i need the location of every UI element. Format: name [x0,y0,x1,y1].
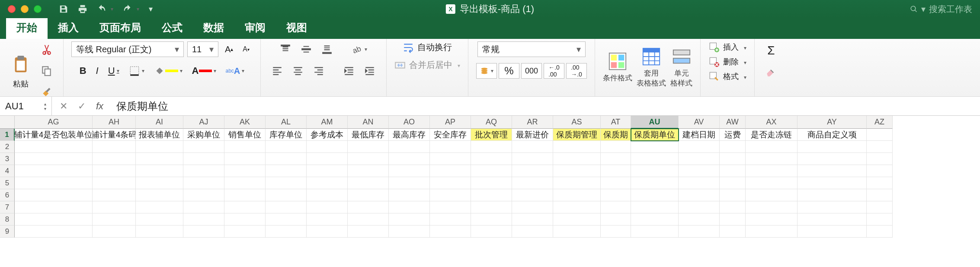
align-bottom-button[interactable] [318,41,336,57]
cell[interactable]: 运费 [720,129,746,141]
cell[interactable] [512,201,553,213]
conditional-format-button[interactable]: 条件格式 [603,51,632,85]
print-icon[interactable] [78,4,87,14]
cell[interactable] [136,189,183,201]
minimize-window-button[interactable] [21,5,29,13]
column-header[interactable]: AP [430,116,471,129]
cell[interactable] [720,226,746,238]
cell[interactable] [720,141,746,153]
qat-customize-icon[interactable]: ▾ [149,4,153,14]
cell[interactable] [224,177,266,189]
cell[interactable] [746,141,797,153]
cell[interactable] [93,189,136,201]
cell[interactable] [471,177,512,189]
cell[interactable] [746,201,797,213]
cell[interactable] [679,226,720,238]
cell[interactable] [471,213,512,226]
format-cells-button[interactable]: 格式 [708,71,746,82]
cell[interactable]: 辅计量4是否包装单位 [15,129,93,141]
cell[interactable] [183,141,224,153]
cell[interactable] [601,177,631,189]
cell[interactable] [93,177,136,189]
row-header[interactable]: 5 [0,177,15,189]
cell[interactable] [15,165,93,177]
tab-view[interactable]: 视图 [276,16,317,39]
cell[interactable] [307,189,348,201]
cell[interactable] [348,177,389,189]
cell[interactable] [512,165,553,177]
cell[interactable] [553,141,601,153]
cell[interactable] [389,177,430,189]
cell[interactable] [348,189,389,201]
cut-button[interactable] [38,41,55,57]
cell[interactable] [389,226,430,238]
column-header[interactable]: AQ [471,116,512,129]
align-center-button[interactable] [289,63,307,79]
italic-button[interactable]: I [93,63,102,79]
cell[interactable]: 辅计量4条码 [93,129,136,141]
cells-area[interactable]: 辅计量4是否包装单位辅计量4条码报表辅单位采购单位销售单位库存单位参考成本最低库… [15,129,980,238]
cell[interactable] [631,226,679,238]
cell[interactable]: 保质期管理 [553,129,601,141]
cell[interactable] [136,153,183,165]
maximize-window-button[interactable] [34,5,42,13]
cell[interactable] [266,165,307,177]
cell[interactable] [348,226,389,238]
cell[interactable] [512,177,553,189]
cell[interactable] [389,141,430,153]
fx-button[interactable]: fx [96,101,103,112]
cell[interactable] [266,153,307,165]
cell[interactable] [867,129,893,141]
cell[interactable] [553,226,601,238]
cell[interactable] [867,177,893,189]
cell[interactable] [136,226,183,238]
bold-button[interactable]: B [77,63,90,79]
clear-button[interactable] [762,64,780,79]
cell[interactable]: 最低库存 [348,129,389,141]
cell[interactable] [307,201,348,213]
cell[interactable] [679,153,720,165]
decrease-indent-button[interactable] [340,63,358,79]
font-color-button[interactable]: A [189,63,219,79]
cell[interactable] [679,165,720,177]
tab-page-layout[interactable]: 页面布局 [89,16,151,39]
column-header[interactable]: AU [631,116,679,129]
increase-font-button[interactable]: A▴ [222,42,236,57]
cell[interactable] [183,226,224,238]
formula-input[interactable]: 保质期单位 [111,99,980,113]
column-header[interactable]: AT [601,116,631,129]
cell[interactable] [601,213,631,226]
cell-styles-button[interactable]: 单元 格样式 [670,47,692,90]
cell[interactable] [389,213,430,226]
cell[interactable] [224,213,266,226]
save-icon[interactable] [59,4,68,14]
tab-insert[interactable]: 插入 [48,16,89,39]
cell[interactable] [679,201,720,213]
cell[interactable] [430,165,471,177]
cell[interactable] [136,141,183,153]
underline-button[interactable]: U [105,63,122,79]
cell[interactable] [15,153,93,165]
insert-cells-button[interactable]: 插入 [708,41,746,53]
column-header[interactable]: AS [553,116,601,129]
align-top-button[interactable] [277,41,294,57]
cell[interactable] [430,213,471,226]
cell[interactable] [553,153,601,165]
cell[interactable] [348,213,389,226]
cancel-formula-button[interactable]: ✕ [60,101,67,112]
cell[interactable] [746,213,797,226]
cell[interactable] [348,165,389,177]
cell[interactable] [389,189,430,201]
fill-color-button[interactable] [151,63,186,79]
cell[interactable] [867,201,893,213]
align-left-button[interactable] [269,63,286,79]
cell[interactable] [553,189,601,201]
cell[interactable]: 建档日期 [679,129,720,141]
cell[interactable] [266,141,307,153]
tab-data[interactable]: 数据 [193,16,234,39]
wrap-text-button[interactable]: 自动换行 [403,41,452,53]
cell[interactable] [601,189,631,201]
cell[interactable] [679,177,720,189]
cell[interactable] [553,201,601,213]
cell[interactable] [266,226,307,238]
